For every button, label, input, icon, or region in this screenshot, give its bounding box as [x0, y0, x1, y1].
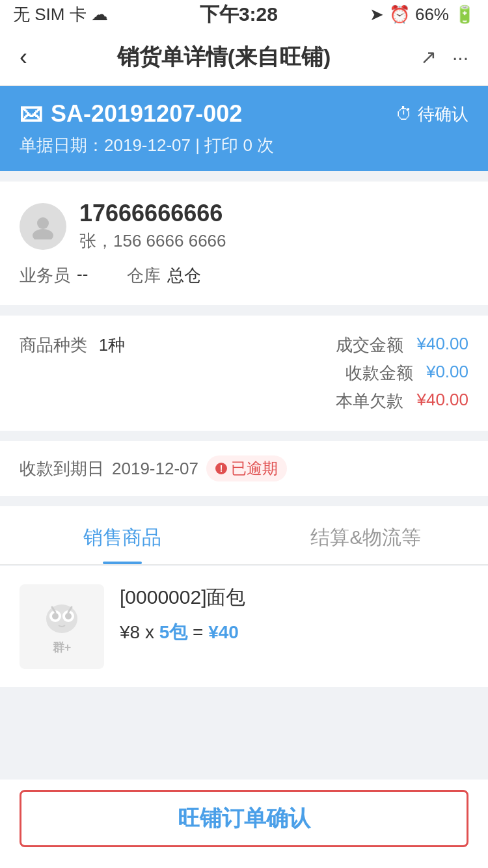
product-info: [0000002]面包 ¥8 x 5包 = ¥40 [120, 584, 468, 645]
share-icon[interactable]: ↗ [420, 46, 437, 68]
back-button[interactable]: ‹ [20, 44, 27, 71]
customer-top: 17666666666 张，156 6666 6666 [20, 200, 468, 252]
location-icon: ➤ [370, 5, 384, 25]
nav-bar: ‹ 销货单详情(来自旺铺) ↗ ··· [0, 29, 488, 86]
owed-amount-row: 本单欠款 ¥40.00 [336, 390, 468, 413]
confirm-order-button[interactable]: 旺铺订单确认 [20, 790, 468, 847]
customer-phone: 17666666666 [79, 200, 226, 227]
total-price: ¥40 [208, 622, 239, 642]
status-right: ➤ ⏰ 66% 🔋 [370, 5, 475, 25]
received-label: 收款金额 [346, 362, 413, 385]
price-formula: ¥8 x [120, 622, 159, 642]
product-price: ¥8 x 5包 = ¥40 [120, 620, 468, 645]
due-label: 收款到期日 [20, 457, 104, 480]
order-date: 单据日期：2019-12-07 | 打印 0 次 [20, 134, 468, 157]
warehouse-value: 总仓 [167, 264, 201, 287]
deal-amount-value: ¥40.00 [416, 334, 468, 357]
overdue-badge: ! 已逾期 [206, 455, 287, 481]
due-date-section: 收款到期日 2019-12-07 ! 已逾期 [0, 441, 488, 496]
due-date-value: 2019-12-07 [112, 459, 198, 479]
owed-value: ¥40.00 [416, 390, 468, 413]
order-header: 🖂 SA-20191207-002 ⏱ 待确认 单据日期：2019-12-07 … [0, 86, 488, 171]
product-name: [0000002]面包 [120, 584, 468, 611]
salesman-label: 业务员 [20, 264, 70, 287]
page-title: 销货单详情(来自旺铺) [117, 42, 331, 72]
product-types-label: 商品种类 [20, 335, 87, 355]
received-amount-row: 收款金额 ¥0.00 [346, 362, 468, 385]
customer-section: 17666666666 张，156 6666 6666 业务员 -- 仓库 总仓 [0, 182, 488, 305]
tab-sales-products[interactable]: 销售商品 [0, 506, 244, 564]
equals: = [187, 622, 208, 642]
order-icon: 🖂 [20, 100, 43, 128]
amounts-right: 成交金额 ¥40.00 收款金额 ¥0.00 本单欠款 ¥40.00 [336, 334, 468, 413]
sim-label: 无 SIM 卡 ☁ [13, 3, 108, 26]
customer-meta: 业务员 -- 仓库 总仓 [20, 264, 468, 287]
product-types-value: 1种 [99, 335, 125, 355]
product-item: 群+ [0000002]面包 ¥8 x 5包 = ¥40 [0, 566, 488, 687]
svg-point-0 [37, 217, 49, 229]
nav-actions: ↗ ··· [420, 46, 468, 68]
bottom-button-area: 旺铺订单确认 [0, 780, 488, 868]
tab-settlement[interactable]: 结算&物流等 [244, 506, 488, 564]
clock-icon: ⏱ [396, 104, 413, 124]
product-types: 商品种类 1种 [20, 334, 125, 357]
quantity: 5包 [159, 622, 188, 642]
svg-point-1 [33, 229, 53, 239]
tabs-section: 销售商品 结算&物流等 [0, 506, 488, 565]
owed-label: 本单欠款 [336, 390, 403, 413]
product-logo: 群+ [39, 598, 85, 655]
status-left: 无 SIM 卡 ☁ [13, 3, 108, 26]
overdue-label: 已逾期 [231, 458, 278, 479]
status-time: 下午3:28 [200, 1, 278, 28]
status-bar: 无 SIM 卡 ☁ 下午3:28 ➤ ⏰ 66% 🔋 [0, 0, 488, 29]
warehouse-meta: 仓库 总仓 [127, 264, 201, 287]
product-thumbnail: 群+ [20, 584, 104, 669]
customer-name: 张，156 6666 6666 [79, 230, 226, 252]
customer-info: 17666666666 张，156 6666 6666 [79, 200, 226, 252]
svg-point-5 [52, 613, 59, 619]
brand-plus-label: 群+ [53, 640, 72, 655]
salesman-value: -- [77, 264, 88, 287]
alarm-icon: ⏰ [389, 5, 410, 25]
received-value: ¥0.00 [426, 362, 468, 385]
warehouse-label: 仓库 [127, 264, 161, 287]
order-status: ⏱ 待确认 [396, 103, 468, 126]
header-top-row: 🖂 SA-20191207-002 ⏱ 待确认 [20, 100, 468, 128]
deal-amount-label: 成交金额 [336, 334, 403, 357]
order-id: 🖂 SA-20191207-002 [20, 100, 242, 128]
avatar [20, 203, 66, 250]
amounts-section: 商品种类 1种 成交金额 ¥40.00 收款金额 ¥0.00 本单欠款 ¥40.… [0, 316, 488, 431]
deal-amount-row: 成交金额 ¥40.00 [336, 334, 468, 357]
svg-point-6 [65, 613, 72, 619]
battery-label: 66% [415, 5, 449, 25]
more-icon[interactable]: ··· [452, 46, 468, 68]
salesman-meta: 业务员 -- [20, 264, 88, 287]
overdue-icon: ! [215, 463, 227, 474]
battery-icon: 🔋 [454, 5, 475, 25]
